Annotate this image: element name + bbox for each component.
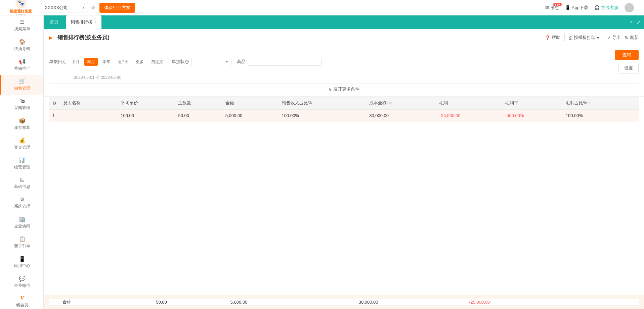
sidebar-item-guide[interactable]: 📋 新手引导 (0, 233, 43, 252)
headset-icon: 🎧 (594, 5, 600, 10)
sidebar-item-marketing[interactable]: 📢 营销推广 (0, 55, 43, 75)
basic-icon: 🗂 (19, 177, 25, 183)
page-header: ▶ 销售排行榜(按业务员) ❓ 帮助 🖨 按模板打印 ▾ (44, 29, 644, 46)
window-expand-icon[interactable]: ⤢ (636, 19, 641, 25)
sidebar-item-label: 快捷导航 (14, 46, 30, 52)
th-cost: 成本全额? (366, 97, 436, 110)
page-content: ▶ 销售排行榜(按业务员) ❓ 帮助 🖨 按模板打印 ▾ (44, 29, 644, 309)
message-button[interactable]: ✉ 消息 99+ (545, 5, 559, 11)
avatar[interactable] (625, 3, 634, 12)
query-set-area: 查询 设置 (615, 50, 639, 73)
date-btn-custom[interactable]: 自定义 (148, 58, 166, 66)
page-title: 销售排行榜(按业务员) (57, 34, 545, 41)
sidebar-item-purchase[interactable]: 🛍 采购管理 (0, 95, 43, 114)
cost-help-icon[interactable]: ? (387, 101, 392, 105)
td-avg-price: 100.00 (117, 110, 175, 122)
sidebar-item-search[interactable]: ☰ 搜索菜单 (0, 15, 43, 35)
tab-sales-ranking[interactable]: 销售排行榜 × (66, 15, 101, 29)
trial-button[interactable]: 体验行业方案 (99, 3, 135, 13)
date-label: 单据日期 (49, 59, 67, 65)
sidebar: ☰ 搜索菜单 🏠 快捷导航 📢 营销推广 🛒 销售管理 🛍 采购管理 📦 (0, 15, 44, 309)
header-actions: ❓ 帮助 🖨 按模板打印 ▾ ↗ 导出 (545, 33, 639, 42)
expand-more-button[interactable]: ∨ 展开更多条件 (49, 83, 639, 92)
date-btn-this-year[interactable]: 本年 (99, 58, 114, 66)
table-area: ⚙ 员工名称 平均单价 主数量 全额 销售收入占比% 成本全额? 毛利 毛利率 (44, 97, 644, 295)
footer-amount: 5,000.00 (227, 299, 327, 306)
query-button[interactable]: 查询 (615, 50, 639, 60)
settings-icon[interactable]: ⚙ (91, 4, 95, 11)
date-btn-last-month[interactable]: 上月 (69, 58, 83, 66)
sidebar-item-label: 畅会员 (16, 302, 28, 308)
guide-icon: 📋 (19, 236, 26, 242)
th-settings: ⚙ (49, 97, 60, 110)
status-filter: 单据状态 (172, 58, 231, 66)
th-sales-pct: 销售收入占比% (278, 97, 366, 110)
export-icon: ↗ (607, 35, 611, 40)
phone-icon: 📱 (565, 5, 570, 10)
footer-profit-pct (610, 299, 639, 306)
sidebar-item-label: 企业协同 (14, 223, 30, 229)
refresh-label: 刷新 (630, 35, 639, 41)
sidebar-item-label: 企业微信 (14, 283, 30, 289)
sidebar-item-enterprise[interactable]: 🏢 企业协同 (0, 213, 43, 233)
window-close-icon[interactable]: × (630, 19, 633, 25)
app-download-button[interactable]: 📱 App下载 (565, 5, 588, 11)
date-range-buttons: 上月 本月 本年 近7天 更多 自定义 (69, 58, 166, 66)
svg-text:🐾: 🐾 (17, 0, 24, 6)
app-download-label: App下载 (572, 5, 588, 11)
home-icon: 🏠 (19, 39, 26, 45)
status-select[interactable] (191, 58, 231, 66)
tab-close-icon[interactable]: × (94, 20, 97, 24)
company-name: XXXXX公司 (45, 5, 81, 11)
data-table: ⚙ 员工名称 平均单价 主数量 全额 销售收入占比% 成本全额? 毛利 毛利率 (49, 97, 639, 122)
expand-label: 展开更多条件 (333, 86, 359, 92)
refresh-button[interactable]: ↻ 刷新 (625, 35, 639, 41)
sidebar-item-label: 新手引导 (14, 243, 30, 249)
sidebar-item-appstore[interactable]: 📱 应用中心 (0, 252, 43, 272)
sidebar-item-label: 搜索菜单 (14, 26, 30, 32)
date-btn-7days[interactable]: 近7天 (115, 58, 131, 66)
sidebar-item-inventory[interactable]: 📦 库存核算 (0, 114, 43, 134)
export-button[interactable]: ↗ 导出 (607, 35, 621, 41)
date-btn-this-month[interactable]: 本月 (84, 58, 98, 66)
sidebar-item-label: 经营管理 (14, 164, 30, 170)
sidebar-item-basic[interactable]: 🗂 基础信息 (0, 173, 43, 193)
online-service-button[interactable]: 🎧 在线客服 (594, 5, 618, 11)
help-button[interactable]: ❓ 帮助 (545, 35, 560, 41)
print-button[interactable]: 🖨 按模板打印 ▾ (564, 33, 603, 42)
date-btn-more[interactable]: 更多 (133, 58, 147, 66)
td-profit-pct: 100.00% (562, 110, 639, 122)
footer-row: 合计 50.00 5,000.00 30,000.00 -25,000.00 (49, 299, 639, 306)
filter-toggle-icon[interactable]: ▶ (49, 35, 53, 40)
sort-icon[interactable]: ⇅ (588, 101, 591, 105)
expand-icon: ∨ (329, 87, 332, 92)
sidebar-item-operations[interactable]: 📊 经营管理 (0, 154, 43, 173)
footer-profit: -25,000.00 (466, 299, 582, 306)
finance-icon: 💰 (19, 137, 26, 144)
goods-input[interactable]: ··· (248, 58, 321, 66)
sidebar-item-finance[interactable]: 💰 资金管理 (0, 134, 43, 154)
table-footer: 合计 50.00 5,000.00 30,000.00 -25,000.00 (44, 295, 644, 309)
sidebar-item-member[interactable]: V 畅会员 (0, 292, 43, 309)
chevron-down-icon: ▾ (83, 6, 84, 9)
settings-button[interactable]: 设置 (618, 63, 639, 73)
sidebar-item-label: 基础信息 (14, 184, 30, 190)
print-icon: 🖨 (568, 35, 572, 40)
date-filter: 单据日期 上月 本月 本年 近7天 更多 自定义 (49, 58, 166, 66)
sidebar-item-shortcut[interactable]: 🏠 快捷导航 (0, 35, 43, 55)
help-icon: ❓ (545, 35, 550, 40)
member-icon: V (20, 295, 24, 301)
system-icon: ⚙ (20, 196, 25, 203)
online-service-label: 在线客服 (601, 5, 618, 11)
footer-empty-settings (49, 299, 59, 306)
sidebar-item-wechat[interactable]: 💬 企业微信 (0, 272, 43, 292)
footer-cost: 30,000.00 (355, 299, 466, 306)
sidebar-item-sales[interactable]: 🛒 销售管理 (0, 75, 43, 95)
print-chevron-icon: ▾ (597, 35, 599, 40)
tab-home[interactable]: 首页 (44, 15, 65, 29)
sidebar-item-system[interactable]: ⚙ 系统管理 (0, 193, 43, 213)
footer-label: 合计 (59, 299, 124, 306)
company-selector[interactable]: XXXXX公司 ▾ (41, 3, 88, 12)
td-profit: -25,000.00 (436, 110, 502, 122)
purchase-icon: 🛍 (19, 98, 25, 104)
